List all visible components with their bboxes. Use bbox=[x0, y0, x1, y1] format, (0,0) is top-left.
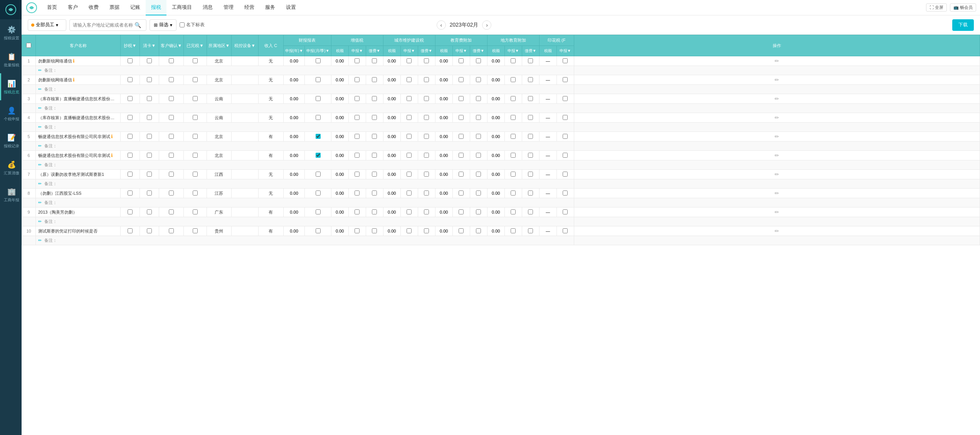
edit-icon-2[interactable]: ✏ bbox=[775, 96, 779, 102]
tax-cb-0[interactable] bbox=[121, 56, 140, 66]
difang-jf-cb-6[interactable] bbox=[522, 170, 539, 179]
zengzhi-sb-cb-4[interactable] bbox=[348, 132, 366, 142]
confirm-checkbox-5[interactable] bbox=[169, 153, 174, 158]
difang-sb-cb-5[interactable] bbox=[504, 151, 522, 160]
difang-sb-cb-8[interactable] bbox=[504, 207, 522, 217]
filed-checkbox-3[interactable] bbox=[193, 115, 198, 120]
card-checkbox-3[interactable] bbox=[147, 115, 152, 120]
jiaoyu-jf-checkbox-0[interactable] bbox=[476, 58, 481, 63]
edit-icon-7[interactable]: ✏ bbox=[775, 190, 779, 196]
difang-jf-checkbox-0[interactable] bbox=[528, 58, 533, 63]
jiaoyu-jf-checkbox-9[interactable] bbox=[476, 228, 481, 233]
chengshi-jf-checkbox-7[interactable] bbox=[424, 191, 429, 196]
chengshi-jf-cb-5[interactable] bbox=[418, 151, 435, 160]
zengzhi-jf-cb-8[interactable] bbox=[366, 207, 383, 217]
caibao-year-checkbox-3[interactable] bbox=[316, 115, 321, 120]
sidebar-item-piliang-baoshui[interactable]: 📋 批量报税 bbox=[0, 46, 22, 73]
tax-checkbox-3[interactable] bbox=[128, 115, 133, 120]
nav-settings[interactable]: 设置 bbox=[281, 0, 301, 15]
card-checkbox-4[interactable] bbox=[147, 134, 152, 139]
chengshi-sb-cb-6[interactable] bbox=[400, 170, 418, 179]
sidebar-item-baoshui-shezhi[interactable]: ⚙️ 报税设置 bbox=[0, 19, 22, 46]
filed-checkbox-2[interactable] bbox=[193, 96, 198, 101]
caibao-year-checkbox-5[interactable] bbox=[316, 153, 321, 158]
employee-filter-select[interactable]: 全部员工 ▾ bbox=[28, 19, 66, 31]
zengzhi-jf-cb-3[interactable] bbox=[366, 113, 383, 123]
chengshi-sb-cb-4[interactable] bbox=[400, 132, 418, 142]
difang-sb-cb-3[interactable] bbox=[504, 113, 522, 123]
card-cb-7[interactable] bbox=[140, 189, 159, 198]
card-cb-2[interactable] bbox=[140, 94, 159, 104]
jiaoyu-sb-checkbox-6[interactable] bbox=[459, 172, 464, 177]
difang-sb-checkbox-7[interactable] bbox=[511, 191, 516, 196]
zengzhi-sb-cb-9[interactable] bbox=[348, 226, 366, 236]
chengshi-sb-checkbox-9[interactable] bbox=[407, 228, 412, 233]
nav-customer[interactable]: 客户 bbox=[62, 0, 83, 15]
chengshi-jf-checkbox-9[interactable] bbox=[424, 228, 429, 233]
card-checkbox-6[interactable] bbox=[147, 172, 152, 177]
chengshi-jf-cb-1[interactable] bbox=[418, 75, 435, 85]
confirm-checkbox-2[interactable] bbox=[169, 96, 174, 101]
nav-service[interactable]: 服务 bbox=[260, 0, 281, 15]
zengzhi-jf-cb-7[interactable] bbox=[366, 189, 383, 198]
difang-sb-cb-2[interactable] bbox=[504, 94, 522, 104]
card-cb-9[interactable] bbox=[140, 226, 159, 236]
edit-icon-8[interactable]: ✏ bbox=[775, 209, 779, 215]
jiaoyu-jf-cb-1[interactable] bbox=[470, 75, 487, 85]
filed-cb-1[interactable] bbox=[183, 75, 207, 85]
difang-jf-cb-9[interactable] bbox=[522, 226, 539, 236]
filed-cb-9[interactable] bbox=[183, 226, 207, 236]
download-button[interactable]: 下载 bbox=[952, 19, 974, 31]
difang-jf-checkbox-1[interactable] bbox=[528, 77, 533, 82]
zengzhi-jf-cb-2[interactable] bbox=[366, 94, 383, 104]
edit-icon-3[interactable]: ✏ bbox=[775, 115, 779, 121]
zengzhi-jf-cb-5[interactable] bbox=[366, 151, 383, 160]
yinhua-sb-checkbox-0[interactable] bbox=[563, 58, 568, 63]
chengshi-jf-checkbox-5[interactable] bbox=[424, 153, 429, 158]
th-chengshi-senbao[interactable]: 申报▼ bbox=[400, 46, 418, 56]
zengzhi-sb-cb-7[interactable] bbox=[348, 189, 366, 198]
chengshi-sb-cb-2[interactable] bbox=[400, 94, 418, 104]
yinhua-sb-cb-6[interactable] bbox=[556, 170, 574, 179]
difang-sb-cb-4[interactable] bbox=[504, 132, 522, 142]
zengzhi-jf-checkbox-0[interactable] bbox=[372, 58, 377, 63]
jiaoyu-sb-cb-0[interactable] bbox=[452, 56, 470, 66]
card-checkbox-2[interactable] bbox=[147, 96, 152, 101]
zengzhi-sb-cb-2[interactable] bbox=[348, 94, 366, 104]
yinhua-sb-checkbox-6[interactable] bbox=[563, 172, 568, 177]
yinhua-sb-cb-9[interactable] bbox=[556, 226, 574, 236]
chengshi-jf-cb-0[interactable] bbox=[418, 56, 435, 66]
edit-btn-5[interactable]: ✏ bbox=[574, 151, 980, 160]
edit-icon-0[interactable]: ✏ bbox=[775, 58, 779, 64]
filed-checkbox-4[interactable] bbox=[193, 134, 198, 139]
fullscreen-button[interactable]: ⛶ 全屏 bbox=[926, 3, 947, 12]
zengzhi-jf-cb-6[interactable] bbox=[366, 170, 383, 179]
confirm-cb-6[interactable] bbox=[159, 170, 184, 179]
chengshi-sb-cb-7[interactable] bbox=[400, 189, 418, 198]
jiaoyu-sb-checkbox-1[interactable] bbox=[459, 77, 464, 82]
yinhua-sb-cb-0[interactable] bbox=[556, 56, 574, 66]
jiaoyu-sb-checkbox-9[interactable] bbox=[459, 228, 464, 233]
chengshi-sb-cb-5[interactable] bbox=[400, 151, 418, 160]
tax-cb-5[interactable] bbox=[121, 151, 140, 160]
th-zengzhi-senbao[interactable]: 申报▼ bbox=[348, 46, 366, 56]
confirm-cb-2[interactable] bbox=[159, 94, 184, 104]
yinhua-sb-checkbox-3[interactable] bbox=[563, 115, 568, 120]
chengshi-jf-cb-8[interactable] bbox=[418, 207, 435, 217]
caibao-year-cb-1[interactable] bbox=[305, 75, 331, 85]
sidebar-item-geshui-shenbao[interactable]: 👤 个税申报 bbox=[0, 100, 22, 127]
zengzhi-sb-checkbox-7[interactable] bbox=[355, 191, 360, 196]
card-cb-0[interactable] bbox=[140, 56, 159, 66]
caibao-year-cb-2[interactable] bbox=[305, 94, 331, 104]
filed-cb-8[interactable] bbox=[183, 207, 207, 217]
difang-sb-cb-1[interactable] bbox=[504, 75, 522, 85]
difang-jf-checkbox-7[interactable] bbox=[528, 191, 533, 196]
yinhua-sb-cb-3[interactable] bbox=[556, 113, 574, 123]
card-cb-6[interactable] bbox=[140, 170, 159, 179]
confirm-checkbox-7[interactable] bbox=[169, 191, 174, 196]
member-button[interactable]: 📺 畅会员 bbox=[950, 3, 976, 12]
filed-cb-3[interactable] bbox=[183, 113, 207, 123]
chengshi-jf-cb-7[interactable] bbox=[418, 189, 435, 198]
filed-cb-4[interactable] bbox=[183, 132, 207, 142]
edit-btn-0[interactable]: ✏ bbox=[574, 56, 980, 66]
